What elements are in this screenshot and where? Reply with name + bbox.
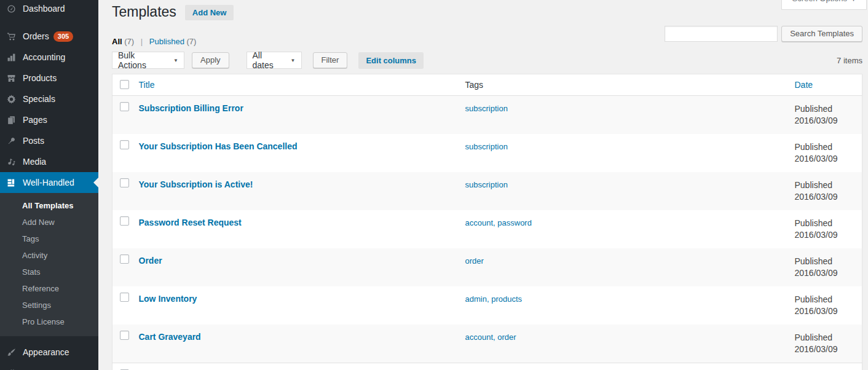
- view-all[interactable]: All: [112, 37, 122, 46]
- row-checkbox[interactable]: [120, 102, 129, 111]
- screen-options-tab[interactable]: Screen Options▼: [781, 0, 867, 10]
- tag-link[interactable]: account: [465, 333, 494, 342]
- view-all-count: (7): [124, 37, 134, 46]
- tag-link[interactable]: subscription: [465, 104, 508, 113]
- tag-link[interactable]: admin: [465, 294, 487, 304]
- templates-table: Title Tags Date Subscription Billing Err…: [112, 74, 862, 370]
- sidebar-item-orders[interactable]: Orders305: [0, 26, 98, 47]
- template-title-link[interactable]: Low Inventory: [139, 294, 197, 304]
- table-row: Password Reset Requestaccount, passwordP…: [112, 210, 862, 248]
- row-checkbox[interactable]: [120, 331, 129, 340]
- row-checkbox[interactable]: [120, 178, 129, 187]
- template-title-link[interactable]: Your Subscription Has Been Cancelled: [139, 141, 298, 151]
- sort-title-header[interactable]: Title: [139, 80, 155, 90]
- well-handled-submenu: All TemplatesAdd NewTagsActivityStatsRef…: [0, 193, 98, 336]
- tags-cell: order: [465, 248, 795, 286]
- select-arrow-icon: ▼: [291, 58, 296, 63]
- gear-icon: [5, 93, 17, 105]
- sidebar-menu: DashboardOrders305AccountingProductsSpec…: [0, 0, 98, 370]
- date-text: 2016/03/09: [795, 192, 838, 202]
- tags-cell: subscription: [465, 172, 795, 210]
- tag-link[interactable]: order: [497, 333, 516, 342]
- plug-icon: [5, 367, 17, 370]
- tag-link[interactable]: subscription: [465, 180, 508, 189]
- submenu-item-reference[interactable]: Reference: [0, 280, 98, 297]
- table-toolbar: Bulk Actions ▼ Apply All dates ▼ Filter …: [112, 52, 862, 69]
- date-text: 2016/03/09: [795, 268, 838, 278]
- media-icon: [5, 155, 17, 168]
- sidebar-item-appearance[interactable]: Appearance: [0, 342, 98, 363]
- date-text: 2016/03/09: [795, 344, 838, 354]
- sidebar-item-pages[interactable]: Pages: [0, 109, 98, 130]
- tags-cell: subscription: [465, 134, 795, 172]
- tag-link[interactable]: subscription: [465, 142, 508, 151]
- paintbrush-icon: [5, 346, 17, 358]
- submenu-item-pro-license[interactable]: Pro License: [0, 313, 98, 330]
- date-cell: Published2016/03/09: [795, 172, 862, 210]
- sidebar-item-label: Pages: [23, 115, 47, 125]
- date-text: 2016/03/09: [795, 306, 838, 316]
- sidebar-item-accounting[interactable]: Accounting: [0, 47, 98, 68]
- search-templates-button[interactable]: Search Templates: [781, 26, 862, 42]
- table-footer-row: Title Tags Date: [112, 363, 862, 370]
- add-new-button[interactable]: Add New: [185, 5, 234, 20]
- tag-link[interactable]: order: [465, 256, 484, 266]
- table-row: Cart Graveyardaccount, orderPublished201…: [112, 325, 862, 363]
- view-published-count: (7): [187, 37, 197, 46]
- row-checkbox[interactable]: [120, 140, 129, 149]
- status-text: Published: [795, 104, 833, 114]
- sidebar-item-label: Products: [23, 73, 57, 83]
- page-header: Templates Add New: [112, 1, 862, 23]
- row-checkbox[interactable]: [120, 254, 129, 264]
- sidebar-item-dashboard[interactable]: Dashboard: [0, 0, 98, 19]
- table-header-row: Title Tags Date: [112, 74, 862, 96]
- tags-cell: account, password: [465, 210, 795, 248]
- menu-separator: [0, 19, 98, 26]
- sidebar-item-media[interactable]: Media: [0, 151, 98, 172]
- select-arrow-icon: ▼: [173, 58, 178, 63]
- view-published[interactable]: Published: [149, 37, 184, 46]
- store-icon: [5, 72, 17, 84]
- sidebar-item-products[interactable]: Products: [0, 68, 98, 89]
- table-row: Subscription Billing ErrorsubscriptionPu…: [112, 96, 862, 135]
- edit-columns-button[interactable]: Edit columns: [358, 52, 424, 69]
- sidebar-item-label: Orders: [23, 31, 49, 41]
- filter-button[interactable]: Filter: [313, 52, 348, 68]
- row-checkbox[interactable]: [120, 293, 129, 302]
- sort-date-header[interactable]: Date: [795, 80, 813, 90]
- search-input[interactable]: [665, 26, 778, 42]
- submenu-item-add-new[interactable]: Add New: [0, 214, 98, 230]
- template-title-link[interactable]: Subscription Billing Error: [139, 103, 243, 113]
- tag-link[interactable]: account: [465, 218, 494, 227]
- row-checkbox[interactable]: [120, 216, 129, 226]
- submenu-item-all-templates[interactable]: All Templates: [0, 197, 98, 214]
- sidebar-item-specials[interactable]: Specials: [0, 89, 98, 109]
- tag-link[interactable]: products: [491, 294, 522, 304]
- page-title: Templates: [112, 1, 176, 23]
- submenu-item-settings[interactable]: Settings: [0, 297, 98, 313]
- sidebar-item-label: Media: [23, 157, 46, 167]
- status-text: Published: [795, 333, 833, 342]
- dates-select[interactable]: All dates ▼: [247, 52, 302, 69]
- template-title-link[interactable]: Cart Graveyard: [139, 332, 201, 342]
- sidebar-item-well-handled[interactable]: Well-Handled: [0, 172, 98, 193]
- submenu-item-stats[interactable]: Stats: [0, 264, 98, 280]
- apply-button[interactable]: Apply: [192, 52, 229, 68]
- select-all-checkbox[interactable]: [120, 80, 129, 89]
- submenu-item-activity[interactable]: Activity: [0, 247, 98, 264]
- sidebar-item-posts[interactable]: Posts: [0, 130, 98, 151]
- status-text: Published: [795, 180, 833, 190]
- template-title-link[interactable]: Order: [139, 256, 162, 266]
- table-body: Subscription Billing ErrorsubscriptionPu…: [112, 96, 862, 363]
- tag-link[interactable]: password: [497, 218, 532, 227]
- sidebar-item-bottom-partial[interactable]: [0, 363, 98, 370]
- main-content: Screen Options▼ Templates Add New Search…: [98, 0, 868, 370]
- template-title-link[interactable]: Your Subscription is Active!: [139, 179, 253, 189]
- pages-icon: [5, 114, 17, 126]
- tags-cell: subscription: [465, 96, 795, 135]
- template-title-link[interactable]: Password Reset Request: [139, 218, 242, 227]
- tags-cell: admin, products: [465, 286, 795, 325]
- submenu-item-tags[interactable]: Tags: [0, 230, 98, 247]
- bulk-actions-select[interactable]: Bulk Actions ▼: [112, 52, 184, 69]
- pushpin-icon: [5, 135, 17, 147]
